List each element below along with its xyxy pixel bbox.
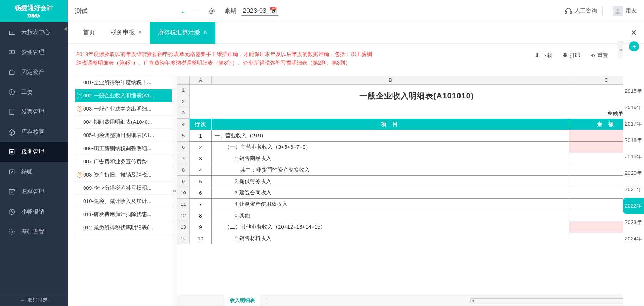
form-list-item[interactable]: 011-研发费用加计扣除优惠... bbox=[75, 208, 172, 221]
close-icon[interactable]: ✕ bbox=[203, 29, 207, 35]
form-list-item[interactable]: 006-职工薪酬纳税调整明细... bbox=[75, 142, 172, 155]
sidebar-item-salary[interactable]: 工资 bbox=[0, 82, 68, 102]
row-number-cell[interactable]: 3 bbox=[190, 153, 212, 164]
unpin-sidebar[interactable]: ↔取消固定 bbox=[0, 294, 68, 306]
org-selector[interactable]: 测试 ⌄ bbox=[75, 7, 186, 15]
row-header[interactable]: 11 bbox=[177, 199, 190, 210]
sheet-row: 1174.让渡资产使用权收入 bbox=[177, 199, 644, 210]
form-list-item[interactable]: 001-企业所得税年度纳税申... bbox=[75, 76, 172, 89]
item-cell[interactable]: 3.建造合同收入 bbox=[212, 187, 569, 199]
row-number-cell[interactable]: 4 bbox=[190, 164, 212, 176]
row-number-cell[interactable]: 1 bbox=[190, 130, 212, 142]
period-label: 账期 bbox=[224, 7, 236, 15]
form-list-item[interactable]: 005-纳税调整项目明细表(A1... bbox=[75, 129, 172, 142]
sidebar-item-chart[interactable]: 云报表中心 bbox=[0, 22, 68, 42]
form-list-item[interactable]: 007-广告费和业务宣传费跨... bbox=[75, 155, 172, 168]
select-all-corner[interactable] bbox=[177, 76, 190, 85]
row-header[interactable]: 5 bbox=[177, 130, 190, 142]
collapse-handle[interactable]: ≪ bbox=[172, 76, 177, 306]
sidebar-item-stock[interactable]: 库存核算 bbox=[0, 122, 68, 142]
col-header-a[interactable]: A bbox=[190, 76, 212, 85]
form-list-item[interactable]: 009-企业所得税弥补亏损明... bbox=[75, 182, 172, 195]
row-header[interactable]: 1 bbox=[177, 85, 190, 96]
chart-icon bbox=[8, 28, 16, 36]
money-icon bbox=[8, 48, 16, 56]
sidebar-item-reimburse[interactable]: 小畅报销 bbox=[0, 202, 68, 222]
sheet-row: 1285.其他 bbox=[177, 210, 644, 221]
row-header[interactable]: 13 bbox=[177, 221, 190, 233]
row-number-cell[interactable]: 5 bbox=[190, 176, 212, 187]
form-list-item[interactable]: 012-减免所得税优惠明细表(... bbox=[75, 221, 172, 234]
row-header[interactable]: 8 bbox=[177, 164, 190, 176]
sidebar-item-archive[interactable]: 归档管理 bbox=[0, 182, 68, 202]
close-icon[interactable]: ✕ bbox=[138, 29, 142, 35]
item-cell[interactable]: 4.让渡资产使用权收入 bbox=[212, 199, 569, 210]
row-number-cell[interactable]: 7 bbox=[190, 199, 212, 210]
sidebar-item-tax[interactable]: 税务管理 bbox=[0, 142, 68, 162]
row-header[interactable]: 9 bbox=[177, 176, 190, 187]
year-item[interactable]: 2015年 bbox=[623, 83, 644, 99]
year-item[interactable]: 2016年 bbox=[623, 99, 644, 116]
year-item[interactable]: 2017年 bbox=[623, 116, 644, 132]
item-cell[interactable]: 其中：非货币性资产交换收入 bbox=[212, 164, 569, 176]
year-item[interactable]: 2019年 bbox=[623, 148, 644, 165]
period-picker[interactable]: 2023-03 📅 bbox=[241, 6, 278, 16]
sheet-tab-menu[interactable]: ⋮ bbox=[261, 297, 271, 305]
settings-icon[interactable] bbox=[206, 6, 217, 16]
sidebar-item-money[interactable]: 资金管理 bbox=[0, 42, 68, 62]
year-item[interactable]: 2020年 bbox=[623, 165, 644, 181]
add-button[interactable] bbox=[191, 6, 201, 16]
row-number-cell[interactable]: 10 bbox=[190, 233, 212, 244]
form-list-item[interactable]: 003-一般企业成本支出明细... bbox=[75, 102, 172, 116]
item-cell[interactable]: 5.其他 bbox=[212, 210, 569, 221]
year-item[interactable]: 2022年 bbox=[623, 198, 644, 214]
row-header[interactable]: 6 bbox=[177, 142, 190, 153]
tab[interactable]: 所得税汇算清缴✕ bbox=[150, 22, 215, 44]
support-button[interactable]: 人工咨询 bbox=[564, 7, 597, 15]
year-item[interactable]: 2024年 bbox=[623, 230, 644, 247]
close-all-tabs[interactable]: ✕ bbox=[623, 22, 644, 44]
year-item[interactable]: 2023年 bbox=[623, 214, 644, 230]
sidebar-item-label: 归档管理 bbox=[21, 188, 44, 196]
row-number-cell[interactable]: 9 bbox=[190, 221, 212, 233]
item-cell[interactable]: （一）主营业务收入（3+5+6+7+8） bbox=[212, 142, 569, 153]
item-cell[interactable]: 2.提供劳务收入 bbox=[212, 176, 569, 187]
sidebar-item-asset[interactable]: 固定资产 bbox=[0, 62, 68, 82]
sidebar-item-settings[interactable]: 基础设置 bbox=[0, 222, 68, 242]
form-list-item[interactable]: 004-期间费用明细表(A1040... bbox=[75, 116, 172, 129]
row-header[interactable]: 7 bbox=[177, 153, 190, 164]
sidebar-item-close[interactable]: 结账 bbox=[0, 162, 68, 182]
tab[interactable]: 税务申报✕ bbox=[103, 22, 150, 44]
item-cell[interactable]: 1.销售材料收入 bbox=[212, 233, 569, 244]
row-header[interactable]: 2 bbox=[177, 96, 190, 107]
sidebar-item-invoice[interactable]: 发票管理 bbox=[0, 102, 68, 122]
row-header[interactable]: 10 bbox=[177, 187, 190, 199]
reset-button[interactable]: ⟲重置 bbox=[590, 52, 608, 59]
item-cell[interactable]: （二）其他业务收入（10+12+13+14+15） bbox=[212, 221, 569, 233]
year-item[interactable]: 2018年 bbox=[623, 132, 644, 148]
tab[interactable]: 首页 bbox=[75, 22, 103, 44]
row-header[interactable]: 14 bbox=[177, 233, 190, 244]
help-badge[interactable]: ✦ bbox=[629, 41, 639, 51]
row-number-cell[interactable]: 6 bbox=[190, 187, 212, 199]
form-list-item[interactable]: 002-一般企业收入明细表(A1... bbox=[75, 89, 172, 102]
row-header[interactable]: 12 bbox=[177, 210, 190, 221]
user-menu[interactable]: 用友 bbox=[613, 6, 637, 16]
print-button[interactable]: 🖶打印 bbox=[562, 52, 580, 59]
download-button[interactable]: ⬇下载 bbox=[535, 52, 552, 59]
horizontal-scrollbar[interactable]: ◀ ▶ bbox=[470, 298, 642, 303]
item-cell[interactable]: 一、营业收入（2+9） bbox=[212, 130, 569, 142]
form-list-item[interactable]: 008-资产折旧、摊销及纳税... bbox=[75, 168, 172, 182]
brand-logo[interactable]: 畅捷通好会计 旗舰版 bbox=[0, 0, 68, 22]
row-header[interactable]: 4 bbox=[177, 119, 190, 130]
sidebar-item-label: 税务管理 bbox=[21, 148, 44, 156]
col-header-b[interactable]: B bbox=[212, 76, 569, 85]
form-list-item[interactable]: 010-免税、减计收入及加计... bbox=[75, 195, 172, 208]
row-header[interactable]: 3 bbox=[177, 107, 190, 119]
item-cell[interactable]: 1.销售商品收入 bbox=[212, 153, 569, 164]
row-number-cell[interactable]: 8 bbox=[190, 210, 212, 221]
chevron-left-icon[interactable]: ◀ bbox=[64, 26, 67, 31]
sheet-tab[interactable]: 收入明细表 bbox=[224, 295, 261, 306]
row-number-cell[interactable]: 2 bbox=[190, 142, 212, 153]
year-item[interactable]: 2021年 bbox=[623, 181, 644, 198]
